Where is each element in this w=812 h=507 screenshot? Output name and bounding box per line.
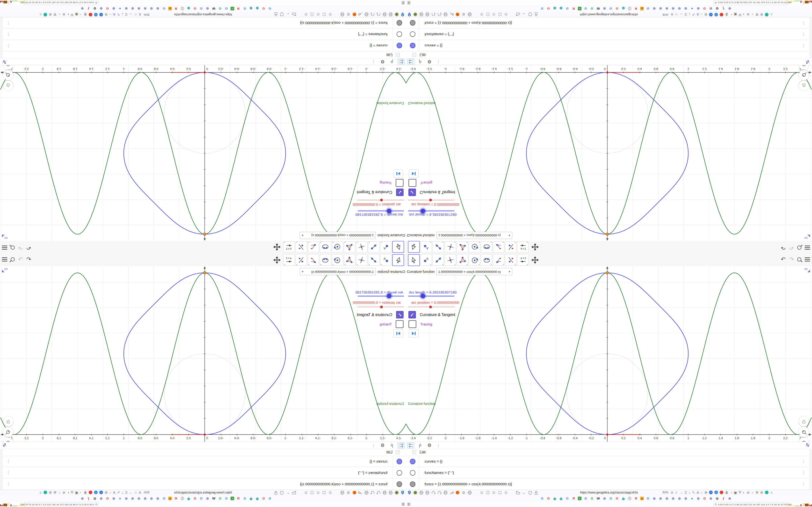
bookmark-favicon[interactable]: G	[609, 6, 613, 11]
red-dot-icon[interactable]	[720, 491, 723, 494]
bookmark-favicon[interactable]: W	[596, 496, 600, 501]
algebra-scrollbar[interactable]	[809, 449, 812, 490]
bookmark-favicon[interactable]: ❁	[696, 6, 700, 11]
dot-circle-icon[interactable]	[492, 12, 496, 17]
algebra-row-funcNames[interactable]: funcNames = {" "}⋮	[0, 467, 406, 478]
bookmark-favicon[interactable]: G	[162, 6, 166, 11]
bookmark-favicon[interactable]: ◍	[249, 496, 253, 501]
bookmark-favicon[interactable]: ❁	[671, 496, 675, 501]
algebra-scrollbar[interactable]	[0, 17, 3, 58]
round-rect-icon[interactable]	[486, 490, 490, 495]
bookmark-favicon[interactable]: G	[590, 6, 594, 11]
bookmark-favicon[interactable]: ❁	[696, 496, 700, 501]
tool-perpendicular-button[interactable]	[445, 254, 456, 266]
arc-length-slider-knob[interactable]	[387, 209, 392, 213]
headset-icon[interactable]	[370, 490, 375, 495]
visibility-toggle[interactable]	[410, 20, 415, 26]
arc-position-slider-knob[interactable]	[380, 199, 383, 201]
firefox-icon[interactable]	[455, 490, 460, 495]
bookmark-favicon[interactable]: G	[224, 6, 229, 11]
bookmark-favicon[interactable]: ❁	[124, 6, 128, 11]
bookmark-favicon[interactable]: ❁	[137, 6, 141, 11]
tool-angle-button[interactable]	[493, 254, 504, 266]
kebab-icon[interactable]: ⋮	[802, 470, 806, 475]
swirl-icon[interactable]: ◔	[730, 491, 732, 495]
pin-icon[interactable]	[407, 12, 412, 17]
bookmark-favicon[interactable]: ✓	[578, 497, 581, 500]
bookmark-favicon[interactable]: ◍	[255, 496, 259, 501]
round-rect-icon[interactable]	[498, 12, 502, 17]
bookmark-favicon[interactable]: ✓	[578, 7, 581, 10]
translate2-icon[interactable]: A	[113, 491, 115, 495]
reload-icon[interactable]: C	[125, 13, 128, 17]
bookmark-favicon[interactable]: ◍	[255, 6, 259, 11]
bookmark-favicon[interactable]: Я	[571, 496, 576, 501]
add-icon[interactable]: +	[99, 491, 103, 494]
box-icon[interactable]: ▣	[734, 491, 737, 495]
dot-circle-icon[interactable]	[492, 490, 496, 495]
tracing-checkbox[interactable]	[396, 320, 404, 328]
shield2-icon[interactable]: ⛨	[71, 12, 73, 17]
tool-move-button[interactable]	[408, 254, 420, 266]
bookmark-favicon[interactable]: ●	[690, 496, 694, 501]
bookmark-favicon[interactable]: ❁	[99, 6, 103, 11]
trash-icon[interactable]: 🗑	[84, 13, 87, 17]
pin-icon[interactable]	[400, 12, 405, 17]
algebra-more-button[interactable]: ⋮	[436, 59, 442, 64]
tool-perpendicular-button[interactable]	[445, 241, 456, 253]
gear-icon[interactable]: ⚙	[346, 490, 351, 495]
bookmark-favicon[interactable]: G	[540, 6, 544, 11]
tool-line-button[interactable]	[433, 254, 444, 266]
curvature-tangent-checkbox[interactable]: ✓	[408, 311, 416, 319]
algebra-more-button[interactable]: ⋮	[370, 443, 376, 448]
firefox-icon[interactable]	[352, 490, 357, 495]
redo-button[interactable]: ↷	[18, 256, 23, 263]
forward-icon[interactable]: →	[129, 491, 133, 495]
visibility-toggle[interactable]	[397, 470, 402, 475]
tool-line-button[interactable]	[368, 254, 379, 266]
tool-move-view-button[interactable]	[529, 241, 541, 253]
trash-icon[interactable]: 🗑	[84, 491, 87, 495]
bookmark-favicon[interactable]: G	[646, 496, 650, 501]
tracing-checkbox[interactable]	[408, 179, 416, 187]
play-pause-button[interactable]	[394, 329, 403, 338]
search-icon[interactable]	[11, 258, 15, 262]
graphics-stylebar-toggle[interactable]	[2, 235, 8, 239]
redo-button[interactable]: ↷	[789, 256, 794, 263]
globe-icon[interactable]	[382, 12, 387, 17]
bookmark-favicon[interactable]: G	[218, 6, 222, 11]
algebra-row-curves[interactable]: curves = {}⋮	[406, 456, 812, 467]
wrench-icon[interactable]	[449, 12, 454, 17]
algebra-scrollbar[interactable]	[809, 17, 812, 58]
bookmark-favicon[interactable]: ❁	[143, 496, 147, 501]
algebra-row-funcNames[interactable]: funcNames = {" "}⋮	[406, 467, 812, 478]
arc-position-slider[interactable]	[408, 200, 454, 201]
globe-icon[interactable]	[364, 12, 369, 17]
dot-circle-icon[interactable]	[479, 12, 484, 17]
bookmark-favicon[interactable]: ⚙	[715, 496, 719, 501]
globe2-icon[interactable]: ⊕	[747, 491, 750, 495]
zoom-in-button[interactable]: +	[3, 70, 13, 80]
pin-icon[interactable]	[407, 490, 412, 495]
bookmark-favicon[interactable]: ❁	[665, 6, 669, 11]
bookmark-favicon[interactable]: G	[261, 6, 266, 11]
visibility-toggle[interactable]	[397, 482, 402, 487]
bookmark-favicon[interactable]: f	[721, 496, 725, 501]
search-icon[interactable]	[11, 246, 15, 250]
visibility-toggle[interactable]	[397, 459, 402, 464]
forward-icon[interactable]: →	[129, 13, 133, 17]
home-view-button[interactable]: ⌂	[799, 80, 809, 91]
add-icon[interactable]: +	[99, 13, 103, 16]
bookmark-favicon[interactable]: ❁	[684, 6, 688, 11]
tool-move-button[interactable]	[408, 241, 420, 253]
globe2-icon[interactable]: ⊕	[62, 491, 65, 495]
globe-icon[interactable]	[388, 12, 393, 17]
kebab-icon[interactable]: ⋮	[802, 43, 806, 48]
shield-icon[interactable]	[280, 12, 284, 17]
box-icon[interactable]: ▣	[75, 491, 78, 495]
visibility-toggle[interactable]	[410, 43, 415, 49]
visibility-toggle[interactable]	[397, 43, 402, 49]
tool-circle-button[interactable]	[332, 254, 343, 266]
graphics-stylebar-toggle[interactable]	[2, 268, 8, 272]
wrench-icon[interactable]	[449, 490, 454, 495]
